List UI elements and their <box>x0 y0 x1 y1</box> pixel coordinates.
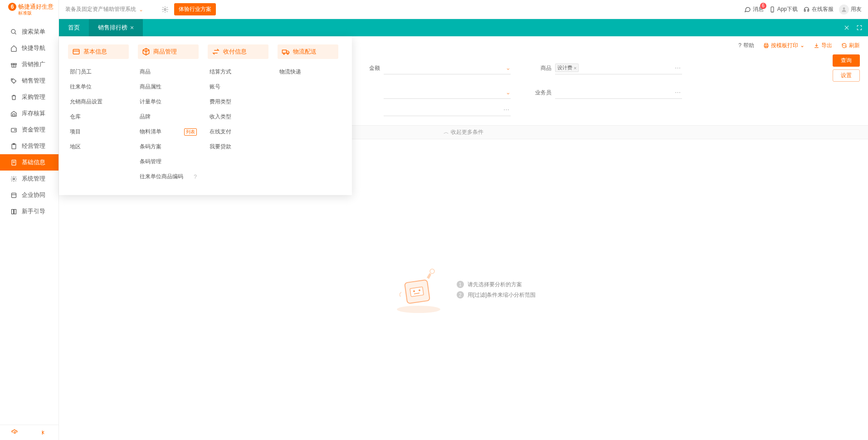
mega-item-allow-sale[interactable]: 允销商品设置 <box>68 94 129 109</box>
refresh-link[interactable]: 刷新 <box>841 42 860 49</box>
tab-close-all-icon[interactable] <box>844 24 850 31</box>
product-input[interactable]: 设计费× ⋯ <box>555 62 682 74</box>
close-icon[interactable]: × <box>130 24 134 31</box>
amount-input[interactable]: ⌄ <box>384 62 511 74</box>
filter-input-2[interactable]: ⌄ <box>384 86 511 99</box>
help-icon: ? <box>738 42 741 49</box>
mega-item-brand[interactable]: 品牌 <box>138 109 199 124</box>
salesperson-label: 业务员 <box>529 89 551 97</box>
refresh-label: 刷新 <box>849 42 860 49</box>
blank-label <box>357 89 380 96</box>
experience-button[interactable]: 体验行业方案 <box>174 3 216 15</box>
svg-rect-30 <box>410 287 424 297</box>
nav-operation[interactable]: 经营管理 <box>0 138 59 154</box>
mega-item-project[interactable]: 项目 <box>68 124 129 139</box>
message-button[interactable]: 消息 6 <box>744 5 764 13</box>
mega-item-region[interactable]: 地区 <box>68 139 129 154</box>
svg-point-8 <box>15 129 15 130</box>
mega-item-settlement[interactable]: 结算方式 <box>208 64 268 79</box>
mega-item-unit[interactable]: 计量单位 <box>138 94 199 109</box>
logo-edition: 标准版 <box>18 10 32 16</box>
mega-head-label: 物流配送 <box>293 48 317 56</box>
step-text: 用[过滤]条件来缩小分析范围 <box>468 291 536 299</box>
tab-sales-ranking[interactable]: 销售排行榜 × <box>89 19 143 36</box>
settings-button[interactable]: 设置 <box>833 69 860 82</box>
nav-search[interactable]: 搜索菜单 <box>0 24 59 40</box>
card-icon <box>72 47 81 56</box>
chevron-down-icon: ⌄ <box>506 89 511 96</box>
svg-point-34 <box>430 269 434 274</box>
mega-item-bom[interactable]: 物料清单列表 <box>138 124 199 139</box>
step-text: 请先选择要分析的方案 <box>468 281 522 288</box>
nav-guide[interactable]: 新手引导 <box>0 203 59 220</box>
nav-label: 库存核算 <box>22 109 45 117</box>
export-link[interactable]: 导出 <box>814 42 832 49</box>
system-selector[interactable]: 装备及固定资产辅助管理系统 ⌄ <box>65 5 156 13</box>
system-settings-icon[interactable] <box>161 6 169 13</box>
mega-item-partner-code[interactable]: 往来单位商品编码? <box>138 169 199 184</box>
mega-item-express[interactable]: 物流快递 <box>278 64 338 79</box>
mega-item-loan[interactable]: 我要贷款 <box>208 139 268 154</box>
mega-head-basic: 基本信息 <box>68 44 129 59</box>
nav-label: 资金管理 <box>22 126 45 134</box>
query-button[interactable]: 查询 <box>833 54 860 67</box>
mega-item-barcode-scheme[interactable]: 条码方案 <box>138 139 199 154</box>
tabbar: 首页 销售排行榜 × <box>59 19 868 36</box>
mega-item-staff[interactable]: 部门员工 <box>68 64 129 79</box>
nav-label: 搜索菜单 <box>22 28 45 36</box>
chevron-down-icon: ⌄ <box>139 6 143 13</box>
mega-item-income-type[interactable]: 收入类型 <box>208 109 268 124</box>
message-badge: 6 <box>760 3 766 9</box>
phone-icon <box>769 6 775 13</box>
print-link[interactable]: 按模板打印⌄ <box>763 42 805 49</box>
help-link[interactable]: ?帮助 <box>738 42 754 49</box>
svg-point-38 <box>283 53 285 54</box>
nav-funds[interactable]: 资金管理 <box>0 122 59 138</box>
mega-col-payment: 收付信息 结算方式 账号 费用类型 收入类型 在线支付 我要贷款 <box>203 44 273 184</box>
tab-label: 首页 <box>68 24 80 32</box>
mega-item-account[interactable]: 账号 <box>208 79 268 94</box>
nav-label: 采购管理 <box>22 93 45 101</box>
tab-home[interactable]: 首页 <box>59 19 89 36</box>
nav-quick[interactable]: 快捷导航 <box>0 40 59 56</box>
tag-remove-icon[interactable]: × <box>574 65 576 71</box>
nav-basic-info[interactable]: 基础信息 <box>0 154 59 171</box>
print-label: 按模板打印 <box>771 42 798 49</box>
filter-input-3[interactable]: ⋯ <box>384 103 511 116</box>
mega-item-expense-type[interactable]: 费用类型 <box>208 94 268 109</box>
search-icon <box>10 28 17 35</box>
salesperson-input[interactable]: ⋯ <box>555 86 682 99</box>
collapse-icon[interactable] <box>40 429 47 436</box>
mega-item-product[interactable]: 商品 <box>138 64 199 79</box>
logo: 6 畅捷通好生意 标准版 <box>0 0 59 19</box>
online-service-button[interactable]: 在线客服 <box>803 5 834 13</box>
step-number: 2 <box>457 291 464 298</box>
nav-label: 销售管理 <box>22 77 45 85</box>
app-download-button[interactable]: App下载 <box>769 5 798 13</box>
mega-head-label: 基本信息 <box>83 48 107 56</box>
nav-system[interactable]: 系统管理 <box>0 171 59 187</box>
mega-item-partner[interactable]: 往来单位 <box>68 79 129 94</box>
nav-inventory[interactable]: 库存核算 <box>0 105 59 122</box>
fullscreen-icon[interactable] <box>856 24 863 31</box>
more-icon[interactable]: ⋯ <box>675 64 681 71</box>
nav-sales[interactable]: 销售管理 <box>0 73 59 89</box>
gear-icon <box>10 175 17 182</box>
more-icon[interactable]: ⋯ <box>675 89 681 96</box>
more-icon[interactable]: ⋯ <box>503 106 510 113</box>
nav-marketing[interactable]: 营销推广 <box>0 56 59 73</box>
nav-purchase[interactable]: 采购管理 <box>0 89 59 105</box>
help-icon: ? <box>194 174 197 180</box>
settings-icon[interactable] <box>11 429 18 436</box>
mega-item-warehouse[interactable]: 仓库 <box>68 109 129 124</box>
mega-item-attr[interactable]: 商品属性 <box>138 79 199 94</box>
bag-icon <box>10 93 17 101</box>
mega-item-online-pay[interactable]: 在线支付 <box>208 124 268 139</box>
nav-collab[interactable]: 企业协同 <box>0 187 59 203</box>
mega-item-barcode-mgmt[interactable]: 条码管理 <box>138 154 199 169</box>
truck-icon <box>281 47 290 56</box>
mega-head-payment: 收付信息 <box>208 44 268 59</box>
user-menu[interactable]: 用友 <box>839 5 862 15</box>
product-label: 商品 <box>529 64 551 72</box>
product-tag: 设计费× <box>555 64 579 72</box>
